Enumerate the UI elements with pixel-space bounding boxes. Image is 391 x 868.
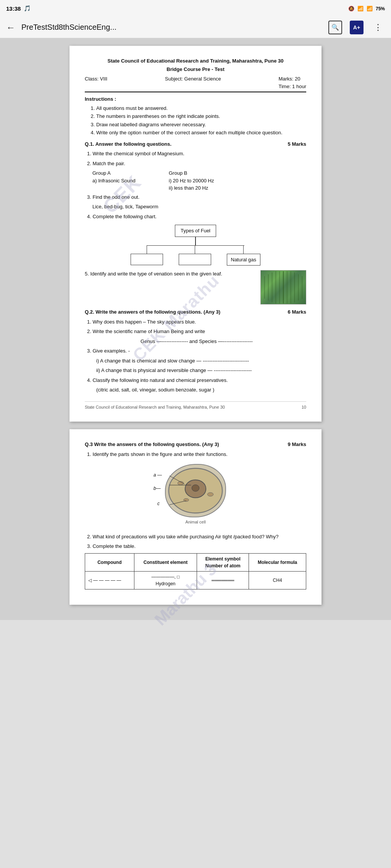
page-header-line2: Bridge Course Pre - Test (85, 66, 306, 73)
navigation-bar: ← PreTestStd8thScienceEng... 🔍 A+ ⋮ (0, 17, 391, 38)
mute-icon: 🔕 (348, 6, 354, 11)
q1-item-3: 3. Find the odd one out. (85, 193, 306, 201)
page-1: CEK CEK Marathu State Council of Educati… (69, 46, 322, 422)
fuel-branches: Natural gas (131, 245, 260, 266)
instruction-item: All questions must be answered. (96, 105, 306, 112)
document-container: CEK CEK Marathu State Council of Educati… (0, 38, 391, 620)
class-label: Class: VIII (85, 75, 107, 83)
more-options-button[interactable]: ⋮ (371, 21, 385, 34)
q3-header: Q.3 Write the answers of the following q… (85, 441, 306, 448)
symbol-dashes: ═══════ (200, 577, 246, 584)
footer-org: State Council of Educational Research an… (85, 404, 225, 411)
instruction-item: Draw neat labelled diagrams wherever nec… (96, 121, 306, 129)
col-element: Constituent element (134, 553, 197, 571)
q3-section: Q.3 Write the answers of the following q… (85, 441, 306, 589)
spotify-icon: 🎵 (24, 5, 31, 12)
group-b-label: Group B (169, 169, 222, 177)
marks-time: Marks: 20 Time: 1 hour (278, 75, 306, 90)
q5-text: 5. Identify and write the type of venati… (85, 270, 253, 278)
q2-marks: 6 Marks (288, 308, 306, 316)
fuel-branch-3: Natural gas (227, 245, 260, 266)
table-header-row: Compound Constituent element Element sym… (85, 553, 306, 571)
q1-title: Q.1. Answer the following questions. (85, 140, 171, 148)
q2-item-4-sub: (citric acid, salt, oil, vinegar, sodium… (85, 386, 306, 394)
q1-item-1: 1. Write the chemical symbol of Magnesiu… (85, 150, 306, 158)
cell-diagram-container: a — b— c (85, 464, 306, 525)
fuel-chart-top: Types of Fuel (123, 225, 268, 237)
compound-cell-content: ◁ — — — — — (88, 577, 131, 584)
q2-title: Q.2. Write the answers of the following … (85, 308, 220, 316)
class-info-row: Class: VIII Subject: General Science Mar… (85, 75, 306, 92)
q1-item-2: 2. Match the pair. (85, 160, 306, 167)
fuel-branch-1 (131, 245, 163, 266)
element-sub: Hydrogen (137, 580, 194, 587)
wifi-icon: 📶 (357, 6, 364, 11)
q3-item-3: 3. Complete the table. (85, 543, 306, 550)
q3-marks: 9 Marks (288, 441, 306, 448)
q1-marks: 5 Marks (288, 140, 306, 148)
fuel-hline-area: Natural gas (131, 245, 260, 266)
q3-item-2: 2. What kind of precautions will you tak… (85, 533, 306, 541)
q2-item-3-i: i) A change that is chemical and slow ch… (85, 357, 306, 365)
subject-label: Subject: General Science (165, 75, 221, 83)
font-size-button[interactable]: A+ (350, 21, 364, 34)
fuel-top-vline (123, 237, 268, 245)
fuel-title-box: Types of Fuel (175, 225, 216, 237)
svg-point-13 (192, 485, 199, 491)
search-icon: 🔍 (331, 24, 339, 31)
q1-header: Q.1. Answer the following questions. 5 M… (85, 140, 306, 148)
col-compound: Compound (85, 553, 134, 571)
cell-formula: CH4 (249, 571, 306, 589)
search-button[interactable]: 🔍 (328, 21, 342, 34)
q3-title: Q.3 Write the answers of the following q… (85, 441, 219, 448)
battery-label: 75% (376, 6, 385, 11)
match-header-row: Group A Group B (92, 169, 306, 177)
q1-item-5: 5. Identify and write the type of venati… (85, 270, 306, 304)
match-b: i) 20 Hz to 20000 Hz ii) less than 20 Hz (169, 177, 222, 192)
label-b: b— (153, 485, 161, 492)
col-symbol: Element symbol Number of atom (197, 553, 249, 571)
col-formula: Molecular formula (249, 553, 306, 571)
match-a: a) Infrasonic Sound (92, 177, 146, 192)
fuel-chart: Types of Fuel (123, 225, 268, 266)
q2-item-2: 2. Write the scientific name of Human Be… (85, 328, 306, 335)
element-top: —————, □ (137, 573, 194, 580)
time-display: 13:38 (6, 5, 21, 12)
compound-table: Compound Constituent element Element sym… (85, 553, 306, 589)
status-right: 🔕 📶 📶 75% (348, 6, 385, 11)
marks-label: Marks: 20 (278, 75, 306, 83)
battery-display: 75% (376, 6, 385, 11)
cell-svg (166, 464, 225, 517)
nav-action-buttons: 🔍 A+ ⋮ (328, 21, 385, 34)
q3-item-1: 1. Identify the parts shown in the figur… (85, 451, 306, 458)
table-row: ◁ — — — — — —————, □ Hydrogen ═══════ CH… (85, 571, 306, 589)
cell-compound: ◁ — — — — — (85, 571, 134, 589)
compound-dashes: — — — — — (93, 577, 121, 584)
q1-section: Q.1. Answer the following questions. 5 M… (85, 140, 306, 305)
cell-caption: Animal cell (165, 519, 226, 525)
fuel-box-natural-gas: Natural gas (227, 254, 260, 266)
back-button[interactable]: ← (6, 22, 15, 33)
q2-item-1: 1. Why does this happen – The sky appear… (85, 318, 306, 326)
signal-icon: 📶 (367, 6, 373, 11)
fuel-box-empty-1 (131, 254, 163, 265)
status-left: 13:38 🎵 (6, 5, 31, 12)
q1-item-4: 4. Complete the following chart. (85, 213, 306, 221)
cell-diagram (165, 464, 226, 517)
svg-point-15 (207, 493, 213, 496)
q2-item-3-ii: ii) A change that is physical and revers… (85, 367, 306, 374)
cell-diagram-wrapper: a — b— c (165, 464, 226, 525)
instructions-section: Instructions : All questions must be ans… (85, 95, 306, 137)
q2-item-4: 4. Classify the following into natural a… (85, 377, 306, 384)
fuel-branch-2 (179, 245, 211, 266)
q2-header: Q.2. Write the answers of the following … (85, 308, 306, 316)
q2-section: Q.2. Write the answers of the following … (85, 308, 306, 394)
label-a: a — (153, 472, 162, 478)
match-b-ii: ii) less than 20 Hz (169, 184, 222, 192)
instructions-list: All questions must be answered. The numb… (85, 105, 306, 137)
nav-title: PreTestStd8thScienceEng... (21, 23, 322, 32)
q1-item-3-sub: Lice, bed-bug, tick, Tapeworm (85, 203, 306, 211)
q2-item-3: 3. Give examples. - (85, 347, 306, 355)
table-body: ◁ — — — — — —————, □ Hydrogen ═══════ CH… (85, 571, 306, 589)
page-1-footer: State Council of Educational Research an… (85, 401, 306, 411)
